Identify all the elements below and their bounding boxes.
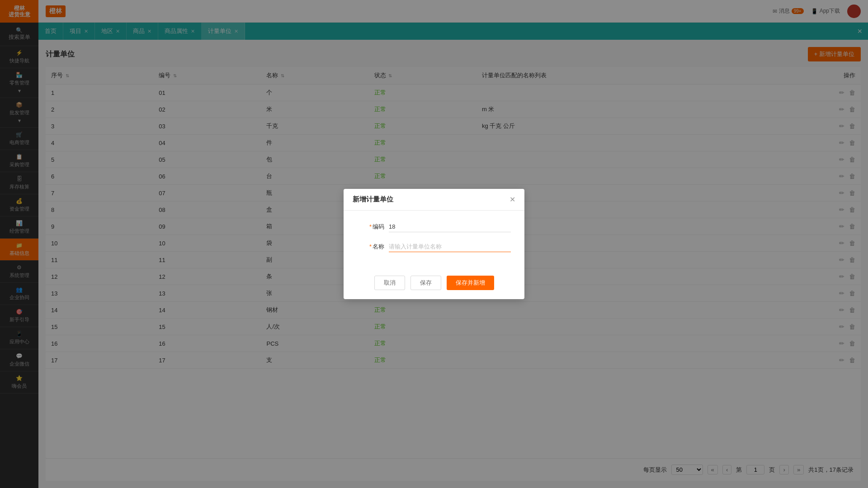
dialog-header: 新增计量单位 ✕ (344, 189, 524, 211)
dialog-title: 新增计量单位 (353, 195, 393, 204)
dialog-close-button[interactable]: ✕ (509, 195, 515, 204)
save-and-new-button[interactable]: 保存并新增 (447, 276, 494, 290)
modal-overlay[interactable]: 新增计量单位 ✕ *编码 *名称 取消 保存 保存并新增 (0, 0, 868, 488)
name-input[interactable] (389, 241, 511, 252)
add-unit-dialog: 新增计量单位 ✕ *编码 *名称 取消 保存 保存并新增 (344, 189, 524, 299)
save-button[interactable]: 保存 (410, 276, 441, 290)
cancel-button[interactable]: 取消 (374, 276, 405, 290)
name-label: *名称 (357, 243, 384, 251)
code-label: *编码 (357, 223, 384, 231)
form-row-name: *名称 (357, 241, 511, 252)
dialog-footer: 取消 保存 保存并新增 (344, 270, 524, 299)
form-row-code: *编码 (357, 221, 511, 232)
dialog-body: *编码 *名称 (344, 211, 524, 270)
code-input[interactable] (389, 221, 511, 232)
